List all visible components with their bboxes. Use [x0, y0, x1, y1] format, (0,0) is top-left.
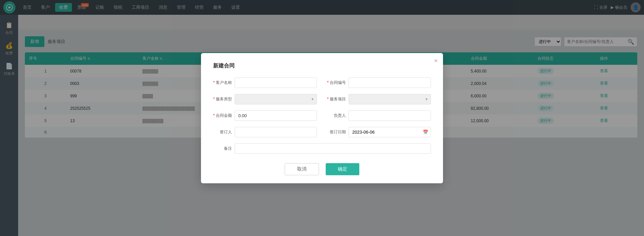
form-grid: 客户名称 合同编号 服务类型 服务项目 — [213, 78, 431, 154]
new-contract-modal: × 新建合同 客户名称 合同编号 服务类型 服 — [201, 53, 443, 183]
remark-label: 备注 — [213, 146, 232, 151]
form-row-amount: 合同金额 — [213, 110, 317, 121]
sign-date-wrap — [349, 127, 431, 137]
responsible-input[interactable] — [349, 110, 431, 121]
form-row-service-item: 服务项目 — [327, 94, 431, 104]
customer-name-input[interactable] — [235, 78, 317, 88]
responsible-label: 负责人 — [327, 113, 346, 119]
signer-input[interactable] — [235, 127, 317, 137]
signer-label: 签订人 — [213, 129, 232, 135]
service-item-label: 服务项目 — [327, 96, 346, 102]
sign-date-input[interactable] — [349, 127, 431, 137]
modal-title: 新建合同 — [213, 62, 431, 69]
amount-input[interactable] — [235, 110, 317, 121]
contract-no-input[interactable] — [349, 78, 431, 88]
confirm-button[interactable]: 确定 — [326, 163, 359, 175]
service-type-label: 服务类型 — [213, 96, 232, 102]
cancel-button[interactable]: 取消 — [285, 163, 319, 175]
service-item-select[interactable] — [349, 94, 431, 104]
form-row-responsible: 负责人 — [327, 110, 431, 121]
modal-close-button[interactable]: × — [434, 58, 438, 64]
modal-overlay: × 新建合同 客户名称 合同编号 服务类型 服 — [0, 0, 644, 236]
form-row-signer: 签订人 — [213, 127, 317, 137]
form-row-contract-no: 合同编号 — [327, 78, 431, 88]
service-type-select[interactable] — [235, 94, 317, 104]
form-row-service-type: 服务类型 — [213, 94, 317, 104]
contract-no-label: 合同编号 — [327, 80, 346, 86]
modal-footer: 取消 确定 — [213, 163, 431, 175]
remark-input[interactable] — [235, 143, 431, 154]
service-type-select-wrap — [235, 94, 317, 104]
form-row-remark: 备注 — [213, 143, 431, 154]
service-item-select-wrap — [349, 94, 431, 104]
customer-name-label: 客户名称 — [213, 80, 232, 86]
sign-date-label: 签订日期 — [327, 129, 346, 135]
form-row-customer: 客户名称 — [213, 78, 317, 88]
form-row-sign-date: 签订日期 — [327, 127, 431, 137]
amount-label: 合同金额 — [213, 113, 232, 119]
